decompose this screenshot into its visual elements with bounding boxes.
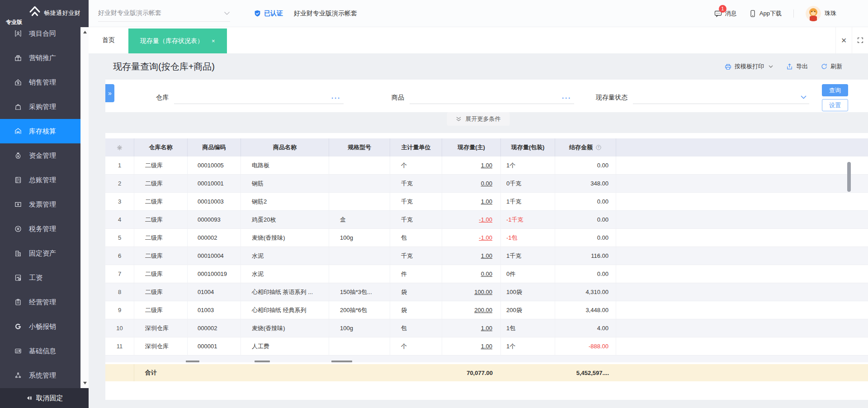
warehouse-lookup-icon[interactable]: ··· [331, 94, 341, 102]
scroll-up-icon[interactable] [83, 31, 87, 33]
close-icon[interactable]: × [835, 27, 852, 53]
header-amount[interactable]: 结存金额 ? [555, 138, 616, 157]
sidebar-item-fixed-assets[interactable]: 固定资产 [0, 241, 80, 266]
sidebar-item-reimburse[interactable]: 小畅报销 [0, 314, 80, 339]
tax-coin-icon [14, 225, 22, 233]
sidebar-scrollbar[interactable] [80, 27, 89, 388]
qty-main-link[interactable]: 0.00 [481, 180, 492, 187]
cell-filler [616, 157, 868, 174]
table-row[interactable]: 2二级库00010001钢筋千克0.000千克348.00 [105, 175, 868, 193]
help-icon[interactable]: ? [595, 144, 602, 151]
sidebar-item-payroll[interactable]: 工资 [0, 266, 80, 290]
fullscreen-icon[interactable] [852, 27, 868, 53]
cell-warehouse-name: 二级库 [134, 301, 188, 319]
tab-close-icon[interactable]: × [212, 38, 215, 44]
account-set-select[interactable]: 好业财专业版演示帐套 [98, 5, 230, 22]
qty-main-link[interactable]: 1.00 [481, 252, 492, 259]
tab-home[interactable]: 首页 [89, 27, 128, 53]
qty-main-link[interactable]: 0.00 [481, 270, 492, 277]
sidebar-item-tax[interactable]: 税务管理 [0, 217, 80, 241]
cell-balance-amount: 0.00 [555, 193, 616, 210]
unpin-sidebar-button[interactable]: 取消固定 [0, 388, 89, 408]
cell-row-index: 6 [105, 247, 134, 265]
table-row[interactable]: 7二级库000100019水泥件0.000件0.00 [105, 265, 868, 283]
qty-main-link[interactable]: -1.00 [479, 216, 492, 223]
qty-main-link[interactable]: 1.00 [481, 343, 492, 350]
product-filter-input[interactable]: ··· [410, 88, 574, 104]
cell-main-unit: 包 [390, 319, 442, 337]
refresh-label: 刷新 [830, 62, 842, 71]
cell-balance-amount: 116.00 [555, 247, 616, 265]
total-row: 合计 70,077.00 5,452,597.... [105, 364, 868, 381]
table-row[interactable]: 9二级库01003心相印抽纸 经典系列200抽*6包袋200.00200袋3,4… [105, 301, 868, 319]
table-row[interactable]: 11深圳仓库000001人工费个1.001个-888.00 [105, 337, 868, 356]
app-download-button[interactable]: App下载 [749, 9, 782, 18]
header-name[interactable]: 商品名称 [241, 138, 329, 157]
tab-stock-report[interactable]: 现存量（库存状况表） × [128, 28, 227, 53]
qty-main-link[interactable]: 100.00 [474, 289, 492, 295]
cell-main-unit: 千克 [390, 211, 442, 228]
filter-collapse-button[interactable]: » [105, 84, 114, 102]
cell-qty-main: -1.00 [442, 229, 501, 247]
product-lookup-icon[interactable]: ··· [562, 94, 571, 102]
double-chevron-down-icon [456, 117, 462, 122]
sidebar-item-inventory[interactable]: 库存核算 [0, 119, 80, 143]
sidebar-item-system[interactable]: 系统管理 [0, 363, 80, 388]
qty-main-link[interactable]: 1.00 [481, 325, 492, 332]
cell-product-code: 000001 [188, 337, 241, 355]
table-row[interactable]: 1二级库00010005电路板个1.001个0.00 [105, 157, 868, 175]
table-row[interactable]: 6二级库00010004水泥千克1.001千克116.00 [105, 247, 868, 265]
cell-product-name: 心相印抽纸 茶语系列 ... [241, 283, 329, 301]
header-qty-main[interactable]: 现存量(主) [442, 138, 501, 157]
table-row[interactable]: 8二级库01004心相印抽纸 茶语系列 ...150抽*3包...袋100.00… [105, 283, 868, 301]
table-row[interactable]: 4二级库0000093鸡蛋20枚盒千克-1.00-1千克0.00 [105, 211, 868, 229]
table-row[interactable]: 3二级库00010003钢筋2千克1.001千克0.00 [105, 193, 868, 211]
messages-button[interactable]: 消息 1 [714, 9, 737, 18]
user-menu[interactable]: 珠珠 [806, 6, 836, 21]
qty-main-link[interactable]: 200.00 [474, 307, 492, 313]
expand-more-conditions[interactable]: 展开更多条件 [447, 112, 510, 126]
qty-main-link[interactable]: 1.00 [481, 162, 492, 169]
sidebar-item-general-ledger[interactable]: 总账管理 [0, 168, 80, 192]
header-warehouse[interactable]: 仓库名称 [134, 138, 188, 157]
settings-button[interactable]: 设置 [822, 99, 848, 111]
header-unit[interactable]: 主计量单位 [390, 138, 442, 157]
sidebar: 畅捷通好业财 专业版 项目合同 营销推广 销售管理 采购管理 库存核算 [0, 0, 89, 408]
column-settings-button[interactable] [105, 138, 134, 157]
warehouse-filter: 仓库 ··· [156, 87, 344, 104]
sidebar-item-project-contract[interactable]: 项目合同 [0, 27, 80, 46]
print-by-template-button[interactable]: 按模板打印 [724, 62, 773, 71]
chevron-down-icon[interactable] [801, 95, 807, 99]
scroll-down-icon[interactable] [83, 382, 87, 384]
header-qty-pack[interactable]: 现存量(包装) [501, 138, 555, 157]
header-spec[interactable]: 规格型号 [329, 138, 390, 157]
sidebar-item-basic-info[interactable]: 基础信息 [0, 339, 80, 363]
stock-status-select[interactable] [633, 88, 809, 104]
table-row[interactable]: 10深圳仓库000002麦烧(香辣味)100g包1.001包4.00 [105, 319, 868, 337]
cell-product-name: 钢筋 [241, 175, 329, 192]
sidebar-item-invoice[interactable]: 发票管理 [0, 192, 80, 217]
warehouse-filter-input[interactable]: ··· [174, 88, 344, 104]
cell-balance-amount: 348.00 [555, 175, 616, 192]
table-vertical-scrollbar[interactable] [847, 162, 851, 192]
sidebar-item-purchase[interactable]: 采购管理 [0, 95, 80, 119]
sidebar-item-funds[interactable]: 资金管理 [0, 143, 80, 168]
sidebar-item-label: 小畅报销 [29, 323, 56, 331]
header-code[interactable]: 商品编码 [188, 138, 241, 157]
table-row[interactable]: 5二级库000002麦烧(香辣味)100g包-1.00-1包0.00 [105, 229, 868, 247]
product-filter-label: 商品 [392, 90, 404, 104]
sidebar-item-operations[interactable]: 经营管理 [0, 290, 80, 314]
system-nodes-icon [14, 371, 22, 380]
refresh-button[interactable]: 刷新 [821, 62, 842, 71]
sidebar-item-sales[interactable]: 销售管理 [0, 70, 80, 95]
qty-main-link[interactable]: 1.00 [481, 198, 492, 205]
collapse-left-icon [26, 394, 33, 402]
export-button[interactable]: 导出 [786, 62, 808, 71]
qty-main-link[interactable]: -1.00 [479, 234, 492, 241]
sidebar-item-marketing[interactable]: 营销推广 [0, 46, 80, 70]
cell-qty-main: 100.00 [442, 283, 501, 301]
account-set-value: 好业财专业版演示帐套 [98, 9, 161, 17]
sidebar-item-label: 销售管理 [29, 78, 56, 87]
payroll-doc-icon [14, 274, 22, 282]
query-button[interactable]: 查询 [822, 84, 848, 96]
